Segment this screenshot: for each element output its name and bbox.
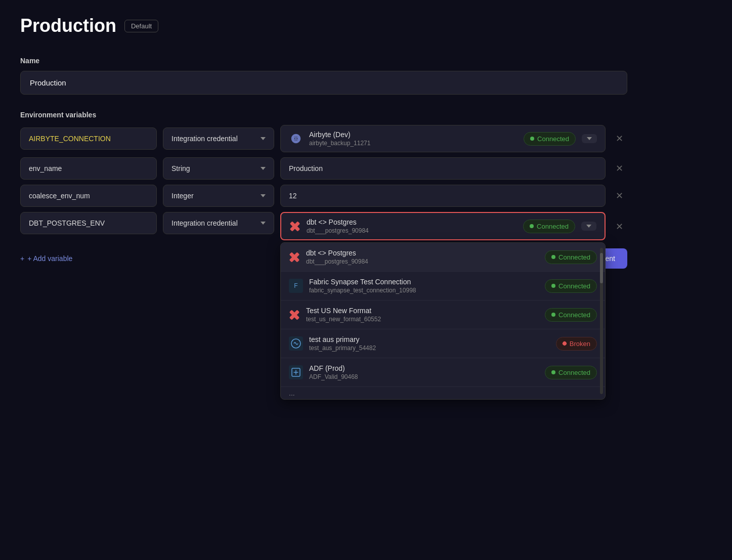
env-key-env-name[interactable] xyxy=(20,157,157,180)
dropdown-item-dbt-postgres[interactable]: dbt <> Postgres dbt___postgres_90984 Con… xyxy=(281,243,605,272)
env-key-coalesce-env-num[interactable] xyxy=(20,185,157,207)
plus-icon: + xyxy=(20,254,24,263)
credential-dropdown-btn-1[interactable] xyxy=(582,134,597,143)
name-input[interactable] xyxy=(20,71,627,95)
dropdown-item-test-us[interactable]: Test US New Format test_us_new_format_60… xyxy=(281,300,605,329)
dbt-dropdown-chevron-btn[interactable] xyxy=(581,222,596,231)
connected-label-selected: Connected xyxy=(537,223,569,230)
dropdown-item-aus-info: test aus primary test_aus_primary_54482 xyxy=(309,335,550,352)
dropdown-item-test-us-name: Test US New Format xyxy=(306,307,539,315)
dropdown-item-fabric[interactable]: F Fabric Synapse Test Connection fabric_… xyxy=(281,272,605,300)
connected-label: Connected xyxy=(537,135,569,143)
chevron-down-icon xyxy=(261,167,266,170)
dropdown-scrollbar-thumb[interactable] xyxy=(600,253,603,283)
fabric-icon-item: F xyxy=(289,279,303,293)
name-label: Name xyxy=(20,57,712,65)
dropdown-item-aus-name: test aus primary xyxy=(309,335,550,343)
remove-row-airbyte-btn[interactable]: ✕ xyxy=(612,131,627,146)
dropdown-item-connected-fabric: Connected xyxy=(545,279,597,293)
env-row-airbyte: Integration credential Airbyte (Dev) air… xyxy=(20,125,627,152)
chevron-down-icon xyxy=(261,222,266,225)
dropdown-item-connected-1: Connected xyxy=(545,250,597,264)
airbyte-credential-id: airbyte_backup_11271 xyxy=(309,140,518,147)
page-header: Production Default xyxy=(20,15,712,36)
remove-row-env-name-btn[interactable]: ✕ xyxy=(612,161,627,176)
remove-row-dbt-btn[interactable]: ✕ xyxy=(612,219,627,234)
env-type-integer-label: Integer xyxy=(171,192,194,200)
dropdown-item-adf-id: ADF_Valid_90468 xyxy=(309,373,539,380)
env-value-coalesce xyxy=(280,185,606,207)
connected-dot-icon xyxy=(530,137,534,141)
env-key-airbyte-connection[interactable] xyxy=(20,127,157,150)
remove-row-coalesce-btn[interactable]: ✕ xyxy=(612,188,627,203)
env-value-production-input[interactable] xyxy=(280,157,606,180)
dropdown-item-test-us-info: Test US New Format test_us_new_format_60… xyxy=(306,307,539,323)
add-variable-label: + Add variable xyxy=(27,254,72,263)
dropdown-item-fabric-name: Fabric Synapse Test Connection xyxy=(309,278,539,286)
env-section-label: Environment variables xyxy=(20,111,712,119)
env-row-coalesce: Integer ✕ xyxy=(20,185,627,207)
env-type-string-label: String xyxy=(171,164,190,173)
dropdown-item-connected-adf: Connected xyxy=(545,366,597,379)
dropdown-item-partial-name: ... xyxy=(289,389,597,397)
dropdown-item-dbt-id-1: dbt___postgres_90984 xyxy=(306,258,539,265)
chevron-down-icon xyxy=(586,225,591,228)
dbt-credential-name-selected: dbt <> Postgres xyxy=(307,218,517,226)
dbt-icon-selected xyxy=(289,221,300,232)
dbt-credential-info-selected: dbt <> Postgres dbt___postgres_90984 xyxy=(307,218,517,234)
connected-dot-icon xyxy=(551,255,555,259)
airbyte-credential-info: Airbyte (Dev) airbyte_backup_11271 xyxy=(309,131,518,147)
broken-label-aus: Broken xyxy=(570,340,590,348)
connected-dot-icon xyxy=(551,284,555,288)
chevron-down-icon xyxy=(587,137,592,140)
connected-dot-icon xyxy=(551,313,555,317)
env-type-string[interactable]: String xyxy=(163,157,274,180)
dropdown-item-connected-test-us: Connected xyxy=(545,308,597,322)
env-value-12-input[interactable] xyxy=(280,185,606,207)
dropdown-scrollbar-track[interactable] xyxy=(600,248,603,394)
dbt-dropdown-list: dbt <> Postgres dbt___postgres_90984 Con… xyxy=(280,242,606,400)
airbyte-icon xyxy=(289,132,303,146)
dbt-credential-id-selected: dbt___postgres_90984 xyxy=(307,227,517,234)
dropdown-item-dbt-info-1: dbt <> Postgres dbt___postgres_90984 xyxy=(306,249,539,265)
airbyte-credential-name: Airbyte (Dev) xyxy=(309,131,518,139)
env-type-integration-credential-1[interactable]: Integration credential xyxy=(163,127,274,150)
env-value-env-name xyxy=(280,157,606,180)
chevron-down-icon xyxy=(261,194,266,197)
env-row-dbt: Integration credential dbt <> Postgres d… xyxy=(20,212,627,240)
env-type-integration-credential-2[interactable]: Integration credential xyxy=(163,212,274,234)
add-variable-btn[interactable]: + + Add variable xyxy=(20,250,72,267)
env-type-label: Integration credential xyxy=(171,135,238,143)
env-type-integer[interactable]: Integer xyxy=(163,185,274,207)
dbt-icon-item-1 xyxy=(289,251,300,263)
connected-label-test-us: Connected xyxy=(558,311,590,319)
dropdown-item-broken-aus: Broken xyxy=(556,337,597,351)
dropdown-item-adf-info: ADF (Prod) ADF_Valid_90468 xyxy=(309,364,539,380)
dropdown-item-aus[interactable]: test aus primary test_aus_primary_54482 … xyxy=(281,329,605,358)
aus-icon-item xyxy=(289,336,303,351)
dropdown-item-dbt-name-1: dbt <> Postgres xyxy=(306,249,539,257)
dbt-credential-selected[interactable]: dbt <> Postgres dbt___postgres_90984 Con… xyxy=(280,212,606,240)
connected-dot-icon xyxy=(530,224,534,228)
connected-label-adf: Connected xyxy=(558,369,590,376)
broken-dot-icon xyxy=(562,340,567,346)
dbt-icon-test-us xyxy=(289,309,300,320)
dropdown-item-partial[interactable]: ... xyxy=(281,387,605,399)
dropdown-item-partial-info: ... xyxy=(289,389,597,397)
dropdown-item-fabric-info: Fabric Synapse Test Connection fabric_sy… xyxy=(309,278,539,294)
env-variables-section: Environment variables Integration creden… xyxy=(20,111,712,269)
env-type-label-2: Integration credential xyxy=(171,219,238,227)
dropdown-item-test-us-id: test_us_new_format_60552 xyxy=(306,316,539,323)
connected-label-fabric: Connected xyxy=(558,282,590,290)
env-value-airbyte: Airbyte (Dev) airbyte_backup_11271 Conne… xyxy=(280,125,606,152)
dropdown-item-adf-name: ADF (Prod) xyxy=(309,364,539,372)
chevron-down-icon xyxy=(261,137,266,140)
env-key-dbt-postgres-env[interactable] xyxy=(20,212,157,234)
env-row-env-name: String ✕ xyxy=(20,157,627,180)
connected-label-item-1: Connected xyxy=(558,253,590,261)
adf-icon-item xyxy=(289,365,303,379)
dropdown-item-adf[interactable]: ADF (Prod) ADF_Valid_90468 Connected xyxy=(281,358,605,387)
page-title: Production xyxy=(20,15,116,36)
dbt-connected-badge-selected: Connected xyxy=(523,220,575,233)
dbt-dropdown-wrapper: dbt <> Postgres dbt___postgres_90984 Con… xyxy=(280,212,606,240)
